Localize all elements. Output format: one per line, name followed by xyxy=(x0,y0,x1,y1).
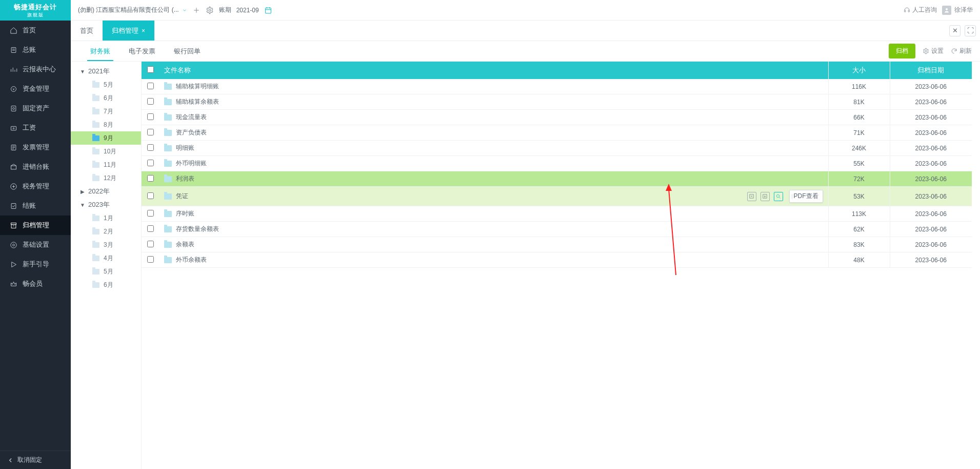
sidebar-item-jxc[interactable]: 进销台账 xyxy=(0,157,71,177)
tree-month-label: 7月 xyxy=(104,107,113,116)
sidebar-item-assets[interactable]: 固定资产 xyxy=(0,99,71,118)
tree-month[interactable]: 3月 xyxy=(71,238,141,251)
company-selector[interactable]: (勿删) 江西服宝精品有限责任公司 (... xyxy=(78,6,187,14)
folder-icon xyxy=(92,242,99,248)
tab-home[interactable]: 首页 xyxy=(71,21,103,41)
tree-month[interactable]: 5月 xyxy=(71,78,141,91)
sidebar-item-vip[interactable]: 畅会员 xyxy=(0,274,71,294)
sidebar-unpin-button[interactable]: 取消固定 xyxy=(0,451,71,469)
human-support-button[interactable]: 人工咨询 xyxy=(904,6,937,14)
table-row[interactable]: 序时账113K2023-06-06 xyxy=(142,206,972,222)
table-row[interactable]: 外币明细账55K2023-06-06 xyxy=(142,156,972,171)
subtab-fin[interactable]: 财务账 xyxy=(81,41,119,61)
row-checkbox[interactable] xyxy=(147,160,154,166)
svg-rect-34 xyxy=(908,10,909,12)
tab-close-icon[interactable]: × xyxy=(142,27,145,34)
calendar-icon[interactable] xyxy=(264,6,272,14)
sidebar-item-home[interactable]: 首页 xyxy=(0,21,71,40)
tree-month[interactable]: 1月 xyxy=(71,211,141,225)
sidebar-item-reports[interactable]: 云报表中心 xyxy=(0,60,71,79)
table-row[interactable]: 辅助核算余额表81K2023-06-06 xyxy=(142,94,972,110)
tree-month[interactable]: 6月 xyxy=(71,91,141,105)
refresh-link[interactable]: 刷新 xyxy=(951,47,972,55)
sidebar-item-invoice[interactable]: 发票管理 xyxy=(0,138,71,157)
tree-year[interactable]: ▶2022年 xyxy=(71,185,141,198)
period-value[interactable]: 2021-09 xyxy=(236,7,259,14)
sidebar-item-close[interactable]: 结账 xyxy=(0,196,71,216)
tree-month[interactable]: 6月 xyxy=(71,278,141,291)
sidebar-item-label: 固定资产 xyxy=(23,104,49,113)
tree-month[interactable]: 10月 xyxy=(71,145,141,158)
row-checkbox[interactable] xyxy=(147,225,154,232)
gear-icon[interactable] xyxy=(206,6,214,14)
folder-icon xyxy=(164,193,172,200)
archive-button[interactable]: 归档 xyxy=(889,44,915,58)
folder-icon xyxy=(92,95,99,101)
table-row[interactable]: 利润表72K2023-06-06 xyxy=(142,171,972,187)
tree-month-label: 11月 xyxy=(104,161,116,169)
table-row[interactable]: 资产负债表71K2023-06-06 xyxy=(142,125,972,141)
subtab-einv[interactable]: 电子发票 xyxy=(119,41,165,61)
row-checkbox[interactable] xyxy=(147,175,154,182)
tree-month[interactable]: 5月 xyxy=(71,265,141,278)
row-checkbox[interactable] xyxy=(147,83,154,89)
table-row[interactable]: 辅助核算明细账116K2023-06-06 xyxy=(142,79,972,94)
table-row[interactable]: 现金流量表66K2023-06-06 xyxy=(142,110,972,125)
file-name: 辅助核算余额表 xyxy=(176,97,219,106)
tree-month[interactable]: 9月 xyxy=(71,131,141,145)
triangle-down-icon: ▼ xyxy=(80,202,85,208)
tree-month[interactable]: 11月 xyxy=(71,158,141,171)
row-checkbox[interactable] xyxy=(147,241,154,247)
tree-month-label: 6月 xyxy=(104,94,113,103)
pdf-view-button[interactable] xyxy=(774,192,783,201)
tree-month[interactable]: 7月 xyxy=(71,105,141,118)
tree-month[interactable]: 12月 xyxy=(71,171,141,185)
file-name: 存货数量余额表 xyxy=(176,225,219,233)
tree-year[interactable]: ▼2021年 xyxy=(71,65,141,78)
tab-archive[interactable]: 归档管理× xyxy=(103,21,154,41)
sidebar-item-label: 进销台账 xyxy=(23,162,49,171)
subtab-bank[interactable]: 银行回单 xyxy=(165,41,210,61)
row-checkbox[interactable] xyxy=(147,129,154,135)
download-pdf-button[interactable] xyxy=(761,192,770,201)
logo-main: 畅捷通好会计 xyxy=(14,3,57,12)
user-menu[interactable]: 徐泽华 xyxy=(942,6,973,15)
table-row[interactable]: 凭证PDF查看53K2023-06-06 xyxy=(142,187,972,206)
tree-month[interactable]: 2月 xyxy=(71,225,141,238)
row-checkbox[interactable] xyxy=(147,192,154,199)
sidebar-item-guide[interactable]: 新手引导 xyxy=(0,255,71,274)
row-checkbox[interactable] xyxy=(147,144,154,151)
download-excel-button[interactable] xyxy=(747,192,756,201)
fullscreen-button[interactable]: ⛶ xyxy=(965,25,976,36)
table-row[interactable]: 存货数量余额表62K2023-06-06 xyxy=(142,222,972,237)
tree-month-label: 9月 xyxy=(104,134,113,143)
sidebar-item-funds[interactable]: ¥资金管理 xyxy=(0,79,71,99)
row-checkbox[interactable] xyxy=(147,113,154,120)
row-checkbox[interactable] xyxy=(147,256,154,263)
table-row[interactable]: 余额表83K2023-06-06 xyxy=(142,237,972,252)
gear-icon xyxy=(923,48,929,54)
sidebar-item-salary[interactable]: 工资 xyxy=(0,118,71,138)
svg-rect-9 xyxy=(11,106,16,111)
tree-year[interactable]: ▼2023年 xyxy=(71,198,141,211)
select-all-checkbox[interactable] xyxy=(147,66,154,73)
file-size: 62K xyxy=(828,222,890,237)
plus-icon[interactable] xyxy=(192,6,201,14)
row-checkbox[interactable] xyxy=(147,210,154,217)
settings-link[interactable]: 设置 xyxy=(923,47,944,55)
tree-month[interactable]: 8月 xyxy=(71,118,141,131)
tab-close-button[interactable]: ✕ xyxy=(949,25,961,36)
table-row[interactable]: 明细账246K2023-06-06 xyxy=(142,141,972,156)
file-date: 2023-06-06 xyxy=(890,237,972,252)
row-checkbox[interactable] xyxy=(147,98,154,105)
folder-icon xyxy=(92,135,99,141)
sidebar-item-base[interactable]: 基础设置 xyxy=(0,235,71,255)
sidebar-item-archive[interactable]: 归档管理 xyxy=(0,216,71,235)
tree-month[interactable]: 4月 xyxy=(71,251,141,265)
sidebar-item-ledger[interactable]: 总账 xyxy=(0,40,71,60)
sidebar-item-tax[interactable]: 税务管理 xyxy=(0,177,71,196)
tree-month-label: 5月 xyxy=(104,81,113,89)
table-row[interactable]: 外币余额表48K2023-06-06 xyxy=(142,252,972,268)
file-name: 外币余额表 xyxy=(176,256,207,264)
reports-icon xyxy=(9,65,17,73)
